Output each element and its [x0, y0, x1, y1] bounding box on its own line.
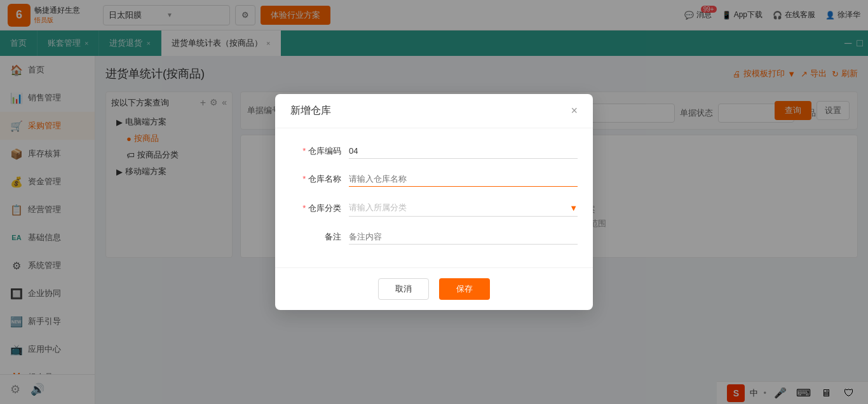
- save-button[interactable]: 保存: [439, 278, 490, 300]
- code-input[interactable]: [349, 144, 578, 159]
- modal-header: 新增仓库 ×: [275, 94, 593, 128]
- modal-overlay: 新增仓库 × 仓库编码 仓库名称 仓库分类 请输入所属分类 ▼: [0, 0, 868, 404]
- remark-label: 备注: [290, 231, 341, 243]
- modal-title: 新增仓库: [290, 104, 331, 118]
- modal-footer: 取消 保存: [275, 267, 593, 310]
- code-label: 仓库编码: [290, 145, 341, 157]
- modal-close-button[interactable]: ×: [571, 104, 578, 118]
- name-input[interactable]: [349, 172, 578, 187]
- name-label: 仓库名称: [290, 173, 341, 185]
- modal-body: 仓库编码 仓库名称 仓库分类 请输入所属分类 ▼ 备注: [275, 128, 593, 262]
- add-warehouse-modal: 新增仓库 × 仓库编码 仓库名称 仓库分类 请输入所属分类 ▼: [275, 94, 593, 310]
- cancel-button[interactable]: 取消: [378, 278, 429, 300]
- form-row-code: 仓库编码: [290, 144, 578, 159]
- form-row-name: 仓库名称: [290, 172, 578, 187]
- category-select[interactable]: 请输入所属分类 ▼: [349, 199, 578, 217]
- form-row-remark: 备注: [290, 229, 578, 245]
- category-dropdown-icon: ▼: [569, 203, 578, 213]
- category-placeholder: 请输入所属分类: [349, 202, 407, 213]
- category-label: 仓库分类: [290, 203, 341, 214]
- remark-input[interactable]: [349, 229, 578, 245]
- form-row-category: 仓库分类 请输入所属分类 ▼: [290, 199, 578, 217]
